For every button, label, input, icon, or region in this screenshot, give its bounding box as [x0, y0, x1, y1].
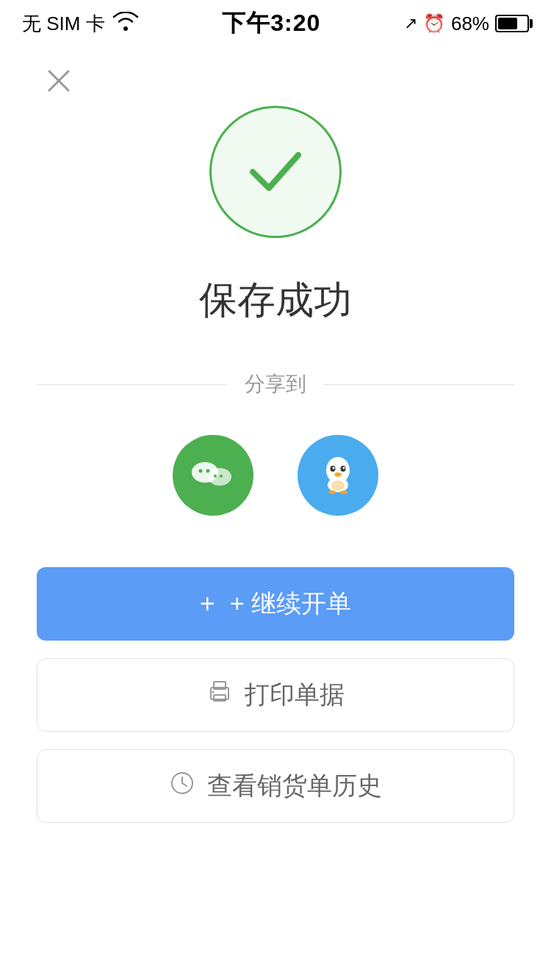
share-text: 分享到 — [227, 370, 324, 398]
svg-point-6 — [214, 475, 217, 478]
svg-point-4 — [199, 469, 203, 473]
svg-point-16 — [328, 491, 336, 494]
print-button[interactable]: 打印单据 — [37, 658, 514, 732]
svg-point-17 — [340, 491, 347, 494]
share-icons — [173, 435, 378, 516]
wechat-icon — [189, 455, 237, 496]
svg-point-5 — [206, 469, 210, 473]
close-button[interactable] — [37, 59, 81, 103]
svg-point-12 — [343, 467, 345, 469]
main-content: 保存成功 分享到 — [0, 47, 551, 823]
status-right: ↗ ⏰ 68% — [404, 12, 529, 35]
history-button[interactable]: 查看销货单历史 — [37, 749, 514, 823]
success-title: 保存成功 — [199, 275, 352, 326]
status-time: 下午3:20 — [222, 7, 320, 40]
print-icon — [206, 679, 233, 711]
continue-order-button[interactable]: + + 继续开单 — [37, 567, 514, 641]
continue-order-label: + 继续开单 — [227, 587, 351, 621]
svg-point-13 — [334, 472, 342, 477]
divider-line-right — [324, 384, 514, 385]
carrier-text: 无 SIM 卡 — [22, 11, 105, 37]
checkmark-icon — [242, 139, 309, 205]
svg-point-15 — [331, 480, 345, 491]
qq-share-button[interactable] — [298, 435, 378, 516]
history-icon — [169, 770, 195, 802]
wifi-icon — [112, 12, 139, 36]
divider-line-left — [37, 384, 227, 385]
wechat-share-button[interactable] — [173, 435, 253, 516]
battery-icon — [495, 15, 529, 32]
battery-fill — [498, 18, 517, 29]
svg-line-24 — [182, 783, 187, 786]
svg-point-7 — [220, 475, 223, 478]
alarm-icon: ⏰ — [423, 13, 445, 34]
print-label: 打印单据 — [245, 678, 345, 712]
action-buttons: + + 继续开单 打印单据 查看销货单 — [0, 567, 551, 823]
location-icon: ↗ — [404, 14, 417, 33]
svg-point-11 — [333, 467, 335, 469]
svg-point-3 — [208, 468, 231, 486]
success-icon-circle — [209, 106, 342, 238]
battery-text: 68% — [451, 12, 489, 35]
share-divider: 分享到 — [0, 370, 551, 398]
history-label: 查看销货单历史 — [207, 769, 382, 803]
svg-point-21 — [212, 691, 215, 693]
qq-icon — [314, 451, 362, 500]
status-left: 无 SIM 卡 — [22, 11, 139, 37]
continue-order-icon: + — [200, 588, 215, 619]
status-bar: 无 SIM 卡 下午3:20 ↗ ⏰ 68% — [0, 0, 551, 47]
